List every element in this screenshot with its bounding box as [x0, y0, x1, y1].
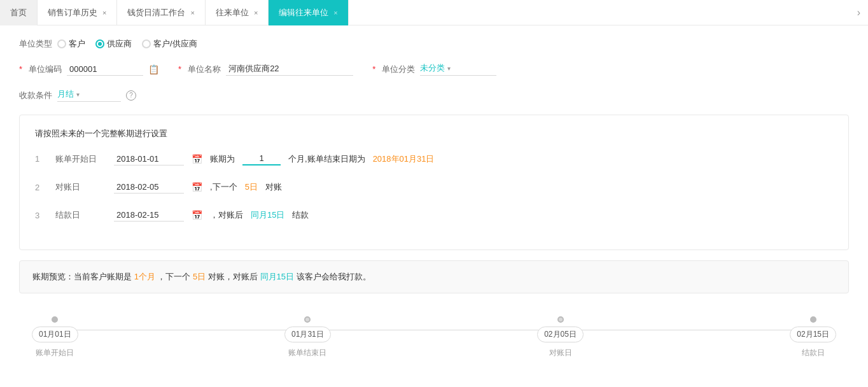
tab-counterparty-label: 往来单位	[216, 7, 249, 18]
unit-name-star: *	[178, 64, 181, 74]
unit-type-radio-group: 客户 供应商 客户/供应商	[57, 38, 197, 50]
tab-sales-history[interactable]: 销售订单历史 ×	[38, 0, 117, 25]
unit-code-copy-icon[interactable]: 📋	[148, 64, 159, 74]
unit-code-star: *	[19, 64, 22, 74]
timeline-point-3: 02月05日 对账日	[537, 316, 584, 358]
preview-settlement: 同月15日	[260, 272, 294, 281]
preview-sep2: 对账，对账后	[208, 272, 258, 281]
row2-suffix: 对账	[265, 181, 282, 193]
timeline-dot-2	[304, 316, 311, 323]
timeline-label-4: 结款日	[802, 348, 825, 358]
tab-counterparty[interactable]: 往来单位 ×	[206, 0, 269, 25]
unit-info-row: * 单位编码 📋 * 单位名称 * 单位分类 未分类 ▾	[19, 62, 849, 76]
preview-sep1: ，下一个	[157, 272, 190, 281]
settlement-date-input[interactable]	[114, 209, 184, 222]
unit-name-label: 单位名称	[188, 64, 221, 75]
payment-terms-value: 月结	[57, 88, 74, 100]
unit-category-star: *	[372, 64, 375, 74]
settlement-calendar-icon[interactable]: 📅	[192, 210, 202, 220]
account-start-calendar-icon[interactable]: 📅	[192, 154, 202, 164]
timeline-point-4: 02月15日 结款日	[790, 316, 836, 358]
tab-cash-ledger[interactable]: 钱货日清工作台 ×	[117, 0, 205, 25]
timeline-dot-1	[52, 316, 58, 323]
preview-period: 1个月	[134, 272, 155, 281]
radio-supplier[interactable]: 供应商	[95, 38, 132, 50]
radio-customer-circle	[57, 39, 66, 48]
tab-bar: 首页 销售订单历史 × 钱货日清工作台 × 往来单位 × 编辑往来单位 × ›	[0, 0, 868, 25]
row1-suffix: 个月,账单结束日期为	[288, 153, 365, 165]
timeline-badge-2: 01月31日	[284, 327, 331, 342]
reconciliation-date-input[interactable]	[114, 181, 184, 194]
unit-type-field: 单位类型 客户 供应商 客户/供应商	[19, 38, 197, 50]
payment-terms-help-icon[interactable]: ?	[126, 90, 136, 101]
unit-category-value: 未分类	[420, 62, 445, 74]
tab-cash-ledger-label: 钱货日清工作台	[127, 7, 185, 18]
timeline-label-1: 账单开始日	[36, 348, 74, 358]
timeline-badge-4: 02月15日	[790, 327, 836, 342]
unit-code-input[interactable]	[67, 63, 143, 76]
row2-label: 对账日	[55, 181, 106, 193]
unit-category-select[interactable]: 未分类 ▾	[420, 62, 496, 76]
timeline-badge-3: 02月05日	[537, 327, 584, 342]
row1-num: 1	[35, 154, 48, 164]
timeline-dot-3	[557, 316, 564, 323]
account-start-date-input[interactable]	[114, 153, 184, 165]
radio-customer-supplier-label: 客户/供应商	[153, 38, 197, 50]
unit-type-label: 单位类型	[19, 38, 52, 50]
unit-type-row: 单位类型 客户 供应商 客户/供应商	[19, 38, 849, 50]
payment-terms-label: 收款条件	[19, 90, 52, 101]
account-start-row: 1 账单开始日 📅 账期为 个月,账单结束日期为 2018年01月31日	[35, 152, 833, 165]
row2-prefix: ,下一个	[210, 181, 237, 193]
row3-label: 结款日	[55, 209, 106, 221]
unit-code-field: * 单位编码 📋	[19, 63, 159, 76]
tab-cash-ledger-close[interactable]: ×	[190, 9, 194, 17]
tab-home-label: 首页	[10, 7, 27, 18]
tab-sales-history-label: 销售订单历史	[48, 7, 97, 18]
period-input[interactable]	[242, 152, 281, 165]
preview-box: 账期预览：当前客户账期是 1个月 ，下一个 5日 对账，对账后 同月15日 该客…	[19, 260, 849, 293]
tab-more-button[interactable]: ›	[850, 7, 868, 18]
tab-counterparty-close[interactable]: ×	[254, 9, 258, 17]
preview-day: 5日	[193, 272, 206, 281]
radio-supplier-circle	[95, 39, 104, 48]
radio-supplier-label: 供应商	[107, 38, 132, 50]
row1-prefix: 账期为	[210, 153, 235, 165]
row3-num: 3	[35, 211, 48, 220]
tab-edit-counterparty-label: 编辑往来单位	[279, 7, 328, 18]
timeline-point-2: 01月31日 账单结束日	[284, 316, 331, 358]
payment-terms-row: 收款条件 月结 ▾ ?	[19, 88, 849, 102]
row3-suffix: 结款	[292, 209, 309, 221]
timeline-items: 01月01日 账单开始日 01月31日 账单结束日 02月05日 对账日 02月…	[32, 316, 836, 358]
main-content: 单位类型 客户 供应商 客户/供应商 * 单位编码	[0, 25, 868, 387]
payment-terms-field: 收款条件 月结 ▾ ?	[19, 88, 136, 102]
row2-day-highlight: 5日	[245, 181, 258, 193]
unit-code-label: 单位编码	[29, 64, 62, 75]
timeline-badge-1: 01月01日	[32, 327, 78, 342]
unit-category-label: 单位分类	[382, 64, 415, 75]
tab-sales-history-close[interactable]: ×	[102, 9, 106, 17]
radio-customer-supplier-circle	[142, 39, 151, 48]
timeline-label-3: 对账日	[549, 348, 572, 358]
preview-label: 账期预览：当前客户账期是	[32, 272, 132, 281]
section-title: 请按照未来的一个完整帐期进行设置	[35, 128, 833, 139]
settlement-row: 3 结款日 📅 ，对账后 同月15日 结款	[35, 209, 833, 222]
tab-edit-counterparty-close[interactable]: ×	[333, 9, 337, 17]
preview-suffix: 该客户会给我打款。	[297, 272, 371, 281]
reconciliation-calendar-icon[interactable]: 📅	[192, 182, 202, 192]
radio-customer-supplier[interactable]: 客户/供应商	[142, 38, 197, 50]
billing-cycle-section: 请按照未来的一个完整帐期进行设置 1 账单开始日 📅 账期为 个月,账单结束日期…	[19, 115, 849, 250]
radio-customer-label: 客户	[69, 38, 85, 50]
row2-num: 2	[35, 183, 48, 192]
row1-end-date: 2018年01月31日	[373, 153, 435, 165]
tab-home[interactable]: 首页	[0, 0, 38, 25]
reconciliation-row: 2 对账日 📅 ,下一个 5日 对账	[35, 181, 833, 194]
payment-terms-select[interactable]: 月结 ▾	[57, 88, 121, 102]
unit-category-field: * 单位分类 未分类 ▾	[372, 62, 496, 76]
timeline-dot-4	[810, 316, 816, 323]
unit-name-input[interactable]	[226, 63, 353, 76]
tab-edit-counterparty[interactable]: 编辑往来单位 ×	[269, 0, 348, 25]
row3-day-highlight: 同月15日	[251, 209, 284, 221]
payment-terms-chevron: ▾	[76, 91, 80, 98]
radio-customer[interactable]: 客户	[57, 38, 85, 50]
unit-category-chevron: ▾	[447, 65, 451, 72]
